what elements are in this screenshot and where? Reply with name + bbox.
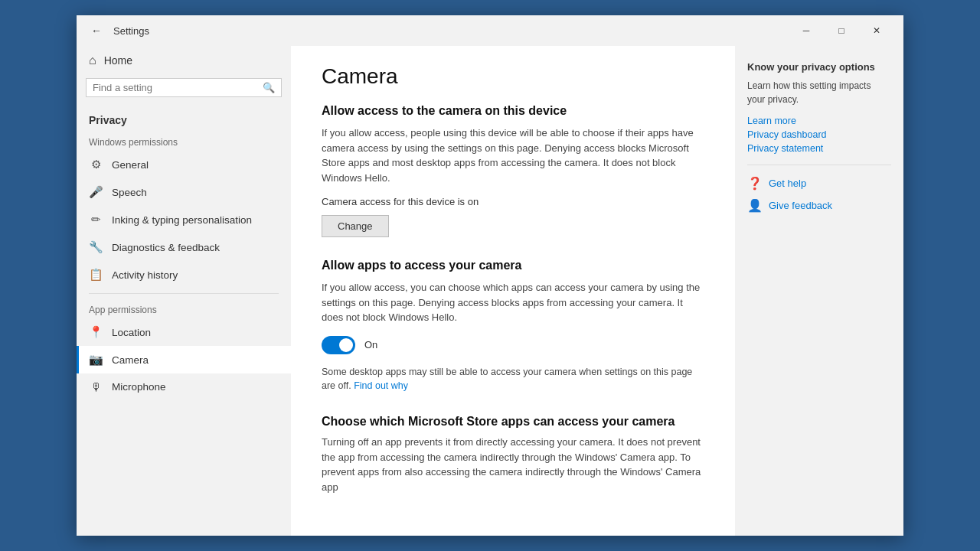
- sidebar-item-label: Microphone: [112, 381, 166, 393]
- give-feedback-icon: 👤: [747, 198, 763, 213]
- camera-toggle[interactable]: [322, 336, 355, 354]
- learn-more-link[interactable]: Learn more: [747, 116, 891, 126]
- sidebar-item-label: Activity history: [112, 269, 178, 281]
- search-icon: 🔍: [263, 82, 275, 93]
- sidebar-item-label: Speech: [112, 187, 147, 198]
- back-button[interactable]: ←: [86, 20, 107, 41]
- section2-desc: If you allow access, you can choose whic…: [322, 280, 704, 325]
- sidebar-item-camera[interactable]: 📷 Camera: [77, 346, 291, 373]
- sidebar-item-inking[interactable]: ✏ Inking & typing personalisation: [77, 206, 291, 233]
- home-icon: ⌂: [89, 54, 96, 67]
- sidebar-item-microphone[interactable]: 🎙 Microphone: [77, 373, 291, 400]
- privacy-label: Privacy: [77, 106, 291, 131]
- home-label: Home: [104, 54, 132, 67]
- sidebar-item-label: Camera: [112, 354, 149, 366]
- sidebar-item-location[interactable]: 📍 Location: [77, 318, 291, 346]
- sidebar-home[interactable]: ⌂ Home: [77, 46, 291, 75]
- sidebar-item-activity[interactable]: 📋 Activity history: [77, 261, 291, 289]
- page-title: Camera: [322, 64, 704, 89]
- give-feedback-row[interactable]: 👤 Give feedback: [747, 198, 891, 213]
- sidebar-item-diagnostics[interactable]: 🔧 Diagnostics & feedback: [77, 233, 291, 261]
- maximize-button[interactable]: □: [824, 18, 859, 43]
- toggle-label: On: [364, 339, 377, 350]
- give-feedback-label: Give feedback: [769, 200, 832, 211]
- microphone-icon: 🎙: [89, 380, 103, 393]
- privacy-statement-link[interactable]: Privacy statement: [747, 143, 891, 154]
- small-note: Some desktop apps may still be able to a…: [322, 365, 704, 394]
- right-panel: Know your privacy options Learn how this…: [735, 46, 903, 536]
- sidebar-item-label: Diagnostics & feedback: [112, 242, 220, 253]
- right-panel-title: Know your privacy options: [747, 61, 891, 73]
- get-help-label: Get help: [769, 178, 806, 189]
- section1-title: Allow access to the camera on this devic…: [322, 104, 704, 118]
- section2-title: Allow apps to access your camera: [322, 259, 704, 272]
- get-help-row[interactable]: ❓ Get help: [747, 176, 891, 191]
- main-inner: Camera Allow access to the camera on thi…: [291, 46, 903, 536]
- close-button[interactable]: ✕: [859, 18, 894, 43]
- sidebar-item-label: General: [112, 159, 149, 171]
- privacy-dashboard-link[interactable]: Privacy dashboard: [747, 129, 891, 140]
- change-button[interactable]: Change: [322, 215, 389, 237]
- sidebar: ⌂ Home 🔍 Privacy Windows permissions ⚙ G…: [77, 46, 291, 536]
- titlebar: ← Settings ─ □ ✕: [77, 15, 903, 46]
- app-permissions-label: App permissions: [77, 298, 291, 318]
- right-panel-desc: Learn how this setting impacts your priv…: [747, 79, 891, 106]
- location-icon: 📍: [89, 325, 103, 339]
- content-area: ⌂ Home 🔍 Privacy Windows permissions ⚙ G…: [77, 46, 903, 536]
- section3-desc: Turning off an app prevents it from dire…: [322, 435, 704, 494]
- sidebar-item-label: Inking & typing personalisation: [112, 214, 252, 226]
- sidebar-item-speech[interactable]: 🎤 Speech: [77, 178, 291, 206]
- get-help-icon: ❓: [747, 176, 763, 191]
- sidebar-divider: [89, 293, 279, 294]
- right-panel-divider: [747, 165, 891, 165]
- settings-window: ← Settings ─ □ ✕ ⌂ Home 🔍 P: [77, 15, 903, 536]
- search-input[interactable]: [93, 82, 263, 93]
- toggle-row: On: [322, 336, 704, 354]
- window-controls: ─ □ ✕: [789, 18, 894, 43]
- diagnostics-icon: 🔧: [89, 240, 103, 254]
- device-status: Camera access for this device is on: [322, 196, 704, 207]
- camera-icon: 📷: [89, 353, 103, 367]
- section3-title: Choose which Microsoft Store apps can ac…: [322, 415, 704, 429]
- search-box[interactable]: 🔍: [86, 78, 282, 97]
- general-icon: ⚙: [89, 158, 103, 171]
- speech-icon: 🎤: [89, 185, 103, 199]
- find-out-why-link[interactable]: Find out why: [354, 380, 408, 391]
- minimize-button[interactable]: ─: [789, 18, 824, 43]
- activity-icon: 📋: [89, 268, 103, 282]
- window-title: Settings: [113, 25, 789, 37]
- windows-permissions-label: Windows permissions: [77, 131, 291, 151]
- main-content: Camera Allow access to the camera on thi…: [291, 46, 735, 536]
- sidebar-item-label: Location: [112, 327, 151, 338]
- inking-icon: ✏: [89, 213, 103, 227]
- section1-desc: If you allow access, people using this d…: [322, 126, 704, 185]
- sidebar-item-general[interactable]: ⚙ General: [77, 151, 291, 178]
